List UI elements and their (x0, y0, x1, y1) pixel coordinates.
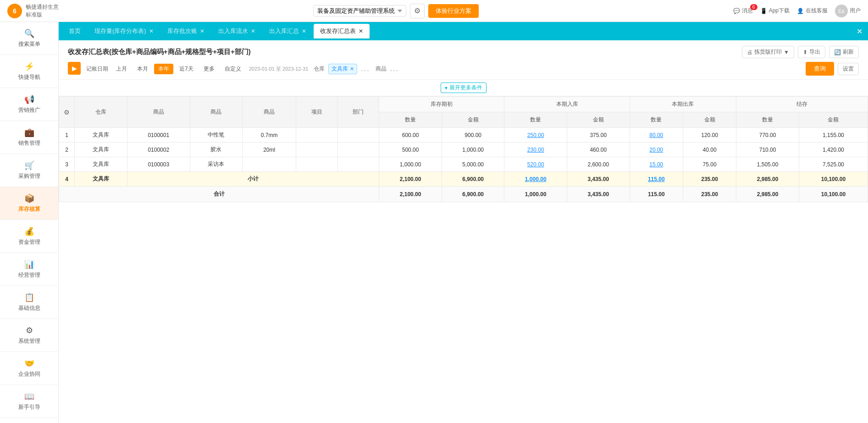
message-badge: 6 (750, 4, 757, 10)
app-download-button[interactable]: 📱 App下载 (760, 7, 790, 15)
row2-in-qty[interactable]: 230.00 (504, 143, 567, 157)
online-service-button[interactable]: 👤 在线客服 (797, 7, 828, 15)
sidebar-item-guide[interactable]: 📖 新手引导 (0, 385, 58, 418)
app-edition: 标准版 (26, 11, 59, 19)
subtotal-balance-qty: 2,985.00 (736, 172, 799, 187)
trial-button[interactable]: 体验行业方案 (428, 4, 479, 18)
col-settings[interactable]: ⚙ (59, 97, 75, 128)
quick-nav-icon: ⚡ (24, 61, 34, 71)
tab-close-batch-ledger[interactable]: ✕ (200, 28, 205, 34)
subtotal-out-qty[interactable]: 115.00 (630, 172, 683, 187)
filter-inner: 记账日期 上月 本月 本年 近7天 更多 自定义 2023-01-01 至 20… (86, 62, 859, 76)
date-filter-label: 记账日期 (86, 65, 108, 73)
filter-toggle-button[interactable]: ▶ (68, 62, 81, 75)
footer-in-qty: 1,000.00 (504, 187, 567, 202)
date-btn-more[interactable]: 更多 (199, 64, 219, 74)
row3-out-amt: 75.00 (683, 157, 736, 172)
warehouse-tag[interactable]: 文具库 ✕ (328, 64, 357, 74)
query-button[interactable]: 查询 (806, 62, 834, 76)
goods-filter-label: 商品 (376, 65, 387, 73)
date-shortcuts: 上月 本月 本年 近7天 更多 自定义 (112, 64, 245, 74)
row2-project (296, 143, 337, 157)
subtotal-in-qty[interactable]: 1,000.00 (504, 172, 567, 187)
tab-batch-ledger[interactable]: 库存批次账 ✕ (161, 24, 211, 38)
sidebar-item-basic-info[interactable]: 📋 基础信息 (0, 286, 58, 319)
warehouse-filter-dots[interactable]: ... (361, 65, 370, 73)
row2-balance-qty: 710.00 (736, 143, 799, 157)
sidebar-item-sales[interactable]: 💼 销售管理 (0, 121, 58, 154)
collaboration-icon: 🤝 (24, 358, 34, 368)
row1-warehouse: 文具库 (75, 128, 127, 143)
col-code-header: 商品 (127, 97, 190, 128)
row1-out-qty[interactable]: 80.00 (630, 128, 683, 143)
expand-conditions-button[interactable]: ▾ 展开更多条件 (441, 82, 487, 93)
goods-filter-section: 商品 ... (376, 65, 399, 73)
row1-opening-amt: 900.00 (442, 128, 504, 143)
row2-out-qty[interactable]: 20.00 (630, 143, 683, 157)
date-btn-custom[interactable]: 自定义 (221, 64, 245, 74)
row2-name: 胶水 (190, 143, 243, 157)
tab-close-inout-flow[interactable]: ✕ (251, 28, 255, 34)
export-button[interactable]: ⬆ 导出 (798, 46, 825, 58)
table-container: ⚙ 仓库 商品 商品 商品 项目 部门 库存期初 本期入库 本期出库 结存 (59, 96, 868, 423)
table-footer-row: 合计 2,100.00 6,900.00 1,000.00 3,435.00 1… (59, 187, 868, 202)
table-settings-button[interactable]: 设置 (838, 63, 859, 75)
system-selector[interactable]: 装备及固定资产辅助管理系统 (313, 5, 406, 16)
message-icon: 💬 (733, 8, 740, 14)
sidebar-item-collaboration[interactable]: 🤝 企业协同 (0, 352, 58, 385)
tab-close-inout-summary[interactable]: ✕ (302, 28, 306, 34)
table-row: 3 文具库 0100003 采访本 1,000.00 5,000.00 520.… (59, 157, 868, 172)
sidebar-item-system[interactable]: ⚙ 系统管理 (0, 319, 58, 352)
row3-opening-amt: 5,000.00 (442, 157, 504, 172)
row1-in-qty[interactable]: 250.00 (504, 128, 567, 143)
sidebar-item-finance[interactable]: 💰 资金管理 (0, 220, 58, 253)
sales-icon: 💼 (24, 127, 34, 137)
warehouse-filter-section: 仓库 文具库 ✕ ... (314, 64, 370, 74)
row3-no: 3 (59, 157, 75, 172)
sidebar-item-inventory[interactable]: 📦 库存核算 (0, 187, 58, 220)
finance-icon: 💰 (24, 226, 34, 236)
sidebar-item-quick-nav[interactable]: ⚡ 快捷导航 (0, 55, 58, 88)
close-all-tabs-button[interactable]: ✕ (855, 25, 864, 38)
tab-inout-flow[interactable]: 出入库流水 ✕ (212, 24, 262, 38)
tab-inventory-dist[interactable]: 现存量(库存分布表) ✕ (88, 24, 160, 38)
main-layout: 🔍 搜索菜单 ⚡ 快捷导航 📢 营销推广 💼 销售管理 🛒 采购管理 📦 库存核… (0, 22, 868, 423)
date-btn-this-month[interactable]: 本月 (133, 64, 152, 74)
refresh-button[interactable]: 🔄 刷新 (829, 46, 859, 58)
sidebar-item-marketing[interactable]: 📢 营销推广 (0, 88, 58, 121)
row3-out-qty[interactable]: 15.00 (630, 157, 683, 172)
tab-inout-summary[interactable]: 出入库汇总 ✕ (263, 24, 313, 38)
subtotal-in-amt: 3,435.00 (567, 172, 630, 187)
date-btn-this-year[interactable]: 本年 (154, 64, 173, 74)
sidebar-item-operations[interactable]: 📊 经营管理 (0, 253, 58, 286)
sidebar-item-search[interactable]: 🔍 搜索菜单 (0, 22, 58, 55)
system-selector-area: 装备及固定资产辅助管理系统 ⚙ 体验行业方案 (313, 4, 479, 18)
date-btn-7days[interactable]: 近7天 (175, 64, 198, 74)
tab-close-receive-summary[interactable]: ✕ (359, 28, 363, 34)
operations-icon: 📊 (24, 259, 34, 269)
date-btn-last-month[interactable]: 上月 (112, 64, 131, 74)
page-content: 收发存汇总表(按仓库+商品编码+商品+规格型号+项目+部门) 🖨 拣货版打印 ▼… (59, 40, 868, 423)
col-balance-amt-header: 金额 (799, 112, 868, 128)
col-dept-header: 部门 (337, 97, 379, 128)
tab-home[interactable]: 首页 (62, 24, 87, 38)
footer-opening-qty: 2,100.00 (379, 187, 442, 202)
warehouse-tag-close[interactable]: ✕ (350, 66, 354, 72)
row2-opening-qty: 500.00 (379, 143, 442, 157)
system-settings-button[interactable]: ⚙ (410, 4, 425, 18)
column-settings-icon[interactable]: ⚙ (64, 109, 70, 116)
row2-dept (337, 143, 379, 157)
sidebar-item-purchase[interactable]: 🛒 采购管理 (0, 154, 58, 187)
user-menu[interactable]: Ea 用户 (835, 5, 861, 17)
message-button[interactable]: 💬 消息 6 (733, 7, 753, 15)
system-icon: ⚙ (26, 325, 33, 335)
sidebar: 🔍 搜索菜单 ⚡ 快捷导航 📢 营销推广 💼 销售管理 🛒 采购管理 📦 库存核… (0, 22, 59, 423)
tab-receive-summary[interactable]: 收发存汇总表 ✕ (314, 24, 370, 38)
top-header: 6 畅捷通好生意 标准版 装备及固定资产辅助管理系统 ⚙ 体验行业方案 💬 消息… (0, 0, 868, 22)
print-button[interactable]: 🖨 拣货版打印 ▼ (742, 46, 794, 58)
row3-in-qty[interactable]: 520.00 (504, 157, 567, 172)
tab-close-inventory-dist[interactable]: ✕ (149, 28, 154, 34)
page-header: 收发存汇总表(按仓库+商品编码+商品+规格型号+项目+部门) 🖨 拣货版打印 ▼… (59, 40, 868, 58)
logo-area: 6 畅捷通好生意 标准版 (7, 3, 59, 19)
goods-filter-dots[interactable]: ... (390, 65, 399, 73)
